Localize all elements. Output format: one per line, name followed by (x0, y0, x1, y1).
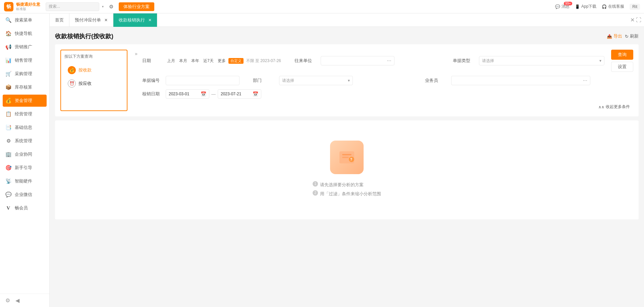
more-conditions-button[interactable]: ∧∧ 收起更多条件 (595, 103, 633, 111)
svg-rect-1 (342, 154, 352, 155)
date-btn-this-month[interactable]: 本月 (178, 57, 189, 64)
finance-icon: 💰 (5, 98, 11, 104)
online-service-button[interactable]: 🎧 在线客服 (602, 4, 624, 9)
dept-group: 部门 请选择 ▾ (253, 76, 418, 85)
sidebar-item-search-menu[interactable]: 🔍 搜索菜单 (0, 13, 49, 27)
dept-placeholder: 请选择 (282, 78, 294, 84)
export-icon: 📤 (607, 34, 612, 39)
bottom-settings-icon[interactable]: ⚙ (5, 297, 10, 304)
sidebar-item-enterprise[interactable]: 🏢 企业协同 (0, 148, 49, 161)
app-download-button[interactable]: 📱 App下载 (575, 4, 596, 9)
tab-home[interactable]: 首页 (50, 13, 69, 27)
sidebar-item-marketing[interactable]: 📢 营销推广 (0, 40, 49, 54)
doctype-select[interactable]: 请选择 ▾ (479, 56, 604, 65)
refresh-button[interactable]: ↻ 刷新 (625, 33, 639, 39)
tip-num-1: 1 (313, 181, 318, 187)
filter-option-by-receivable[interactable]: ⏰ 按应收 (64, 77, 123, 90)
date-shortcuts: 上月 本月 本年 近7天 更多 自定义 不限 至 2023-07-26 (166, 57, 281, 64)
sidebar-item-hardware[interactable]: 📡 智能硬件 (0, 174, 49, 188)
export-button[interactable]: 📤 导出 (607, 33, 622, 39)
tab-prepay[interactable]: 预付冲应付单 ✕ (69, 13, 113, 27)
date-btn-7days[interactable]: 近7天 (202, 57, 215, 64)
tab-bar-actions: ✕ ⛶ (630, 17, 644, 23)
filter-area: 按以下方案查询 💰 按收款 ⏰ 按应收 » 日期 (55, 44, 639, 116)
sidebar-item-guide[interactable]: 🎯 新手引导 (0, 161, 49, 174)
date-range-text: 不限 至 2023-07-26 (246, 58, 281, 64)
staff-label: 业务员 (425, 78, 448, 84)
message-button[interactable]: 💬 消息 99+ (555, 4, 570, 9)
tab-receivable[interactable]: 收款核销执行 ✕ (113, 13, 157, 27)
date-separator: — (211, 92, 216, 97)
sidebar-item-operation[interactable]: 📋 经营管理 (0, 107, 49, 121)
top-search-input[interactable]: 搜索... (46, 2, 99, 11)
page-header: 收款核销执行(按收款) 📤 导出 ↻ 刷新 (55, 32, 639, 40)
sidebar-label: 库存核算 (15, 84, 32, 90)
empty-tip-2-text: 用「过滤」条件来缩小分析范围 (320, 190, 381, 198)
empty-tip-1-text: 请先选择要分析的方案 (320, 181, 364, 189)
filter-row-date: 日期 上月 本月 本年 近7天 更多 自定义 不限 至 2023-07-26 往… (142, 50, 633, 72)
sidebar-item-inventory[interactable]: 📦 库存核算 (0, 81, 49, 94)
inventory-icon: 📦 (5, 84, 11, 90)
date-btn-this-year[interactable]: 本年 (190, 57, 201, 64)
staff-select[interactable]: ··· (451, 76, 590, 85)
date-custom-badge[interactable]: 自定义 (228, 58, 244, 64)
sidebar-label: 系统管理 (15, 138, 32, 144)
filter-left-panel: 按以下方案查询 💰 按收款 ⏰ 按应收 (60, 50, 127, 111)
main-area: 首页 预付冲应付单 ✕ 收款核销执行 ✕ ✕ ⛶ 收款核销执行(按收款) 📤 导… (50, 13, 644, 307)
sidebar-item-quick-nav[interactable]: 🏠 快捷导航 (0, 27, 49, 40)
sidebar-label: 采购管理 (15, 71, 32, 77)
verify-date-start[interactable]: 2023-03-01 📅 (166, 89, 209, 99)
doctype-placeholder: 请选择 (482, 58, 494, 64)
enterprise-icon: 🏢 (5, 151, 11, 157)
headset-icon: 🎧 (602, 4, 607, 9)
bottom-collapse-icon[interactable]: ◀ (15, 297, 19, 304)
staff-dots[interactable]: ··· (583, 78, 587, 84)
filter-option-receivable-label: 按应收 (78, 81, 92, 87)
verify-date-end[interactable]: 2023-07-21 📅 (218, 89, 261, 99)
settings-icon[interactable]: ⚙ (109, 4, 113, 10)
date-btn-more[interactable]: 更多 (216, 57, 227, 64)
filter-row-docno: 单据编号 部门 请选择 ▾ 业务员 ··· (142, 76, 633, 85)
chat-icon: 💬 (555, 4, 560, 9)
brand-info: 畅捷通好生意 标准版 (16, 2, 40, 11)
tab-prepay-close[interactable]: ✕ (104, 18, 108, 22)
empty-tips: 1 请先选择要分析的方案 2 用「过滤」条件来缩小分析范围 (313, 181, 381, 199)
sidebar-item-purchase[interactable]: 🛒 采购管理 (0, 67, 49, 81)
docno-input[interactable] (166, 76, 239, 85)
user-menu[interactable]: Rit (630, 4, 640, 10)
query-button[interactable]: 查询 (611, 50, 633, 60)
svg-text:?: ? (350, 158, 352, 161)
system-icon: ⚙ (5, 138, 11, 144)
sidebar-item-basic[interactable]: 📑 基础信息 (0, 121, 49, 134)
partner-dots[interactable]: ··· (387, 58, 391, 64)
filter-option-by-receipt[interactable]: 💰 按收款 (64, 63, 123, 77)
sidebar-label: 经营管理 (15, 111, 32, 117)
verify-date-start-value: 2023-03-01 (169, 92, 189, 96)
industry-button[interactable]: 体验行业方案 (119, 2, 154, 11)
tab-expand-btn[interactable]: ⛶ (636, 17, 641, 23)
partner-select[interactable]: ··· (321, 56, 394, 65)
tab-close-btn[interactable]: ✕ (630, 17, 635, 23)
sidebar-label: 企业协同 (15, 151, 32, 157)
filter-collapse-button[interactable]: » (133, 50, 140, 111)
more-conditions-label: 收起更多条件 (606, 104, 630, 110)
sidebar-label: 新手引导 (15, 165, 32, 171)
dept-select[interactable]: 请选择 ▾ (279, 76, 353, 85)
sidebar-label: 销售管理 (15, 57, 32, 63)
phone-icon: 📱 (575, 4, 580, 9)
dropdown-icon[interactable]: ▾ (102, 5, 104, 8)
sidebar-item-finance[interactable]: 💰 资金管理 (3, 95, 47, 107)
sidebar-item-sales[interactable]: 📊 销售管理 (0, 54, 49, 67)
doctype-group: 单据类型 请选择 ▾ (453, 56, 604, 65)
search-menu-icon: 🔍 (5, 17, 11, 23)
docno-label: 单据编号 (142, 78, 166, 84)
sidebar-item-member[interactable]: V 畅会员 (0, 201, 49, 215)
sidebar-item-system[interactable]: ⚙ 系统管理 (0, 134, 49, 148)
setting-button[interactable]: 设置 (611, 62, 633, 72)
sidebar-item-wechat[interactable]: 💬 企业微信 (0, 188, 49, 201)
tip-num-2: 2 (313, 190, 318, 196)
tab-receivable-close[interactable]: ✕ (148, 18, 152, 22)
guide-icon: 🎯 (5, 165, 11, 171)
date-btn-last-month[interactable]: 上月 (166, 57, 176, 64)
empty-tip-2: 2 用「过滤」条件来缩小分析范围 (313, 190, 381, 198)
